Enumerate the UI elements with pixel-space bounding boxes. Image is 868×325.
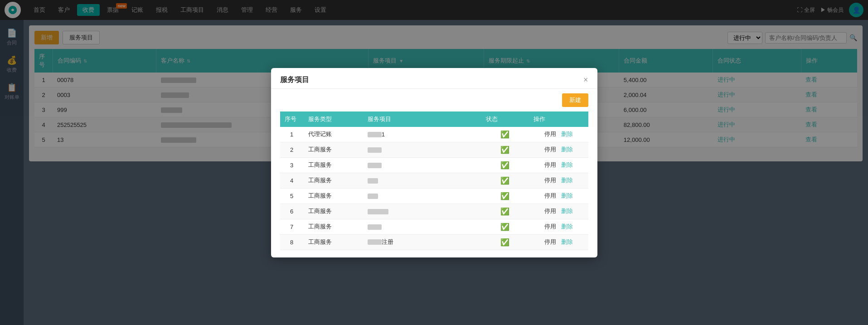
modal-th-type: 服务类型 — [304, 112, 363, 127]
service-type: 工商服务 — [304, 173, 363, 188]
disable-button[interactable]: 停用 — [544, 208, 556, 214]
modal-th-seq: 序号 — [280, 112, 304, 127]
disable-button[interactable]: 停用 — [544, 192, 556, 199]
modal-table-body: 1 代理记账 ████1 ✅ 停用 删除 2 工商服务 ████ ✅ — [280, 127, 588, 250]
modal-th-state: 状态 — [481, 112, 529, 127]
modal-toolbar: 新建 — [271, 89, 597, 112]
service-item: ████ — [363, 142, 482, 157]
service-status: ✅ — [481, 142, 529, 157]
modal-new-button[interactable]: 新建 — [562, 93, 588, 107]
disable-button[interactable]: 停用 — [544, 223, 556, 230]
service-action: 停用 删除 — [529, 204, 588, 219]
modal-body: 序号 服务类型 服务项目 状态 操作 1 代理记账 ████1 ✅ 停用 删除 — [271, 112, 597, 257]
service-action: 停用 删除 — [529, 127, 588, 142]
modal-th-op: 操作 — [529, 112, 588, 127]
service-item: ██████ — [363, 204, 482, 219]
delete-button[interactable]: 删除 — [561, 223, 573, 230]
service-items-modal: 服务项目 × 新建 序号 服务类型 服务项目 状态 操作 1 代理记账 ████… — [271, 68, 597, 257]
service-status: ✅ — [481, 127, 529, 142]
service-action: 停用 删除 — [529, 234, 588, 250]
delete-button[interactable]: 删除 — [561, 238, 573, 245]
disable-button[interactable]: 停用 — [544, 161, 556, 168]
service-type: 工商服务 — [304, 157, 363, 173]
service-item: ████注册 — [363, 234, 482, 250]
modal-table-row: 8 工商服务 ████注册 ✅ 停用 删除 — [280, 234, 588, 250]
service-item: ███ — [363, 173, 482, 188]
disable-button[interactable]: 停用 — [544, 146, 556, 153]
modal-table-header: 序号 服务类型 服务项目 状态 操作 — [280, 112, 588, 127]
service-type: 工商服务 — [304, 234, 363, 250]
service-type: 工商服务 — [304, 188, 363, 204]
service-items-table: 序号 服务类型 服务项目 状态 操作 1 代理记账 ████1 ✅ 停用 删除 — [280, 112, 588, 250]
delete-button[interactable]: 删除 — [561, 177, 573, 184]
service-status: ✅ — [481, 157, 529, 173]
modal-table-row: 1 代理记账 ████1 ✅ 停用 删除 — [280, 127, 588, 142]
disable-button[interactable]: 停用 — [544, 131, 556, 137]
service-item: ███ — [363, 188, 482, 204]
service-status: ✅ — [481, 219, 529, 234]
disable-button[interactable]: 停用 — [544, 238, 556, 245]
modal-table-row: 7 工商服务 ████ ✅ 停用 删除 — [280, 219, 588, 234]
service-action: 停用 删除 — [529, 142, 588, 157]
service-type: 工商服务 — [304, 219, 363, 234]
modal-th-item: 服务项目 — [363, 112, 482, 127]
delete-button[interactable]: 删除 — [561, 131, 573, 137]
service-status: ✅ — [481, 188, 529, 204]
modal-close-button[interactable]: × — [583, 75, 588, 85]
service-status: ✅ — [481, 234, 529, 250]
delete-button[interactable]: 删除 — [561, 192, 573, 199]
service-action: 停用 删除 — [529, 188, 588, 204]
modal-table-row: 3 工商服务 ████ ✅ 停用 删除 — [280, 157, 588, 173]
delete-button[interactable]: 删除 — [561, 208, 573, 214]
delete-button[interactable]: 删除 — [561, 146, 573, 153]
modal-table-row: 4 工商服务 ███ ✅ 停用 删除 — [280, 173, 588, 188]
service-item: ████1 — [363, 127, 482, 142]
service-item: ████ — [363, 157, 482, 173]
service-type: 工商服务 — [304, 142, 363, 157]
modal-table-row: 5 工商服务 ███ ✅ 停用 删除 — [280, 188, 588, 204]
service-action: 停用 删除 — [529, 157, 588, 173]
delete-button[interactable]: 删除 — [561, 161, 573, 168]
modal-table-row: 6 工商服务 ██████ ✅ 停用 删除 — [280, 204, 588, 219]
modal-title: 服务项目 — [280, 75, 309, 85]
service-status: ✅ — [481, 204, 529, 219]
service-status: ✅ — [481, 173, 529, 188]
service-type: 工商服务 — [304, 204, 363, 219]
modal-header: 服务项目 × — [271, 68, 597, 89]
modal-table-row: 2 工商服务 ████ ✅ 停用 删除 — [280, 142, 588, 157]
disable-button[interactable]: 停用 — [544, 177, 556, 184]
service-type: 代理记账 — [304, 127, 363, 142]
service-item: ████ — [363, 219, 482, 234]
service-action: 停用 删除 — [529, 219, 588, 234]
service-action: 停用 删除 — [529, 173, 588, 188]
